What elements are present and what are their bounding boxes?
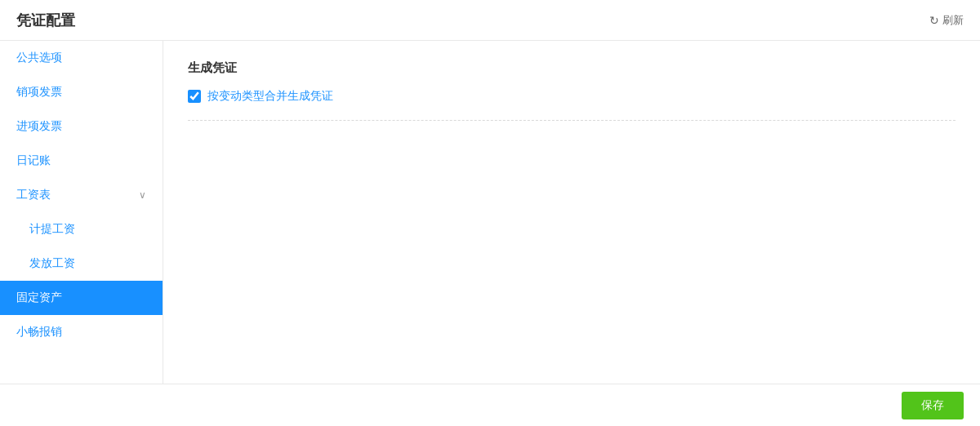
- sidebar-item-label: 小畅报销: [16, 325, 62, 339]
- sidebar-item-label: 进项发票: [16, 119, 62, 134]
- sidebar-item-fixed-assets[interactable]: 固定资产: [0, 281, 163, 315]
- section-divider: [188, 120, 956, 121]
- sidebar: 公共选项 销项发票 进项发票 日记账 工资表 ∨ 计提工资 发放工资 固定资产 …: [0, 41, 163, 384]
- sidebar-item-purchase-invoice[interactable]: 进项发票: [0, 109, 163, 144]
- refresh-button[interactable]: ↻ 刷新: [929, 13, 964, 28]
- sidebar-item-expense-claim[interactable]: 小畅报销: [0, 315, 163, 349]
- chevron-down-icon: ∨: [139, 189, 146, 201]
- save-button[interactable]: 保存: [902, 392, 964, 419]
- sidebar-item-label: 固定资产: [16, 291, 62, 305]
- content-area: 生成凭证 按变动类型合并生成凭证: [163, 41, 980, 384]
- section-title: 生成凭证: [188, 60, 956, 76]
- sidebar-item-label: 公共选项: [16, 51, 62, 65]
- sidebar-item-payroll-table[interactable]: 工资表 ∨: [0, 178, 163, 212]
- sidebar-item-label: 发放工资: [29, 256, 75, 271]
- sidebar-item-salary-distribute[interactable]: 发放工资: [0, 246, 163, 281]
- page-title: 凭证配置: [16, 11, 75, 30]
- sidebar-item-label: 工资表: [16, 188, 51, 202]
- footer: 保存: [0, 384, 980, 426]
- page-header: 凭证配置 ↻ 刷新: [0, 0, 980, 41]
- merge-by-type-checkbox[interactable]: [188, 90, 201, 103]
- sidebar-item-public-options[interactable]: 公共选项: [0, 41, 163, 75]
- refresh-icon: ↻: [929, 14, 939, 27]
- main-content: 公共选项 销项发票 进项发票 日记账 工资表 ∨ 计提工资 发放工资 固定资产 …: [0, 41, 980, 384]
- sidebar-item-label: 销项发票: [16, 85, 62, 100]
- merge-by-type-label[interactable]: 按变动类型合并生成凭证: [207, 89, 333, 104]
- sidebar-item-label: 日记账: [16, 153, 51, 168]
- checkbox-row: 按变动类型合并生成凭证: [188, 89, 956, 104]
- sidebar-item-label: 计提工资: [29, 222, 75, 237]
- refresh-label: 刷新: [942, 13, 964, 28]
- sidebar-item-salary-accrual[interactable]: 计提工资: [0, 212, 163, 246]
- sidebar-item-journal[interactable]: 日记账: [0, 144, 163, 178]
- sidebar-item-sales-invoice[interactable]: 销项发票: [0, 75, 163, 109]
